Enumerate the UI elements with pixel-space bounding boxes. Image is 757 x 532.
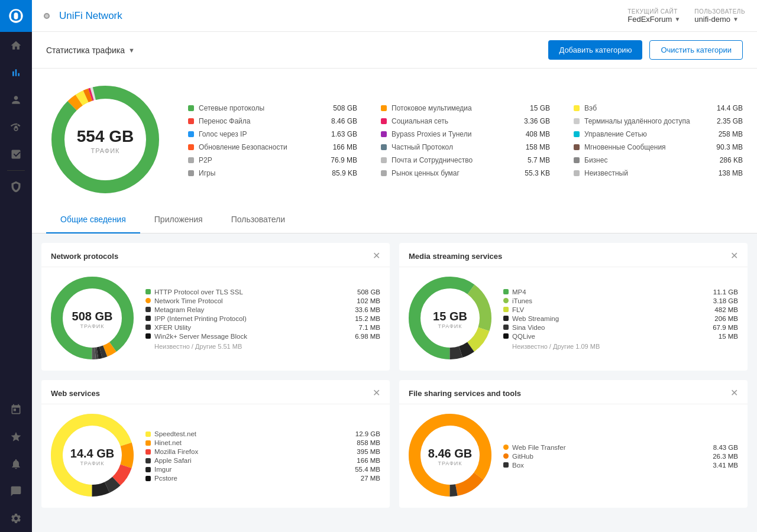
section-legend-value: 3.41 MB xyxy=(713,462,738,469)
sidebar-item-dashboard[interactable] xyxy=(0,32,32,59)
section-legend-name: Sina Video xyxy=(512,324,709,331)
section-legend-value: 7.1 MB xyxy=(359,324,380,331)
legend-dot xyxy=(381,131,387,137)
section-legend-value: 27 MB xyxy=(361,475,380,482)
legend-dot xyxy=(574,144,580,150)
section-legend-name: Metagram Relay xyxy=(154,306,351,313)
user-value[interactable]: unifi-demo ▼ xyxy=(694,15,739,24)
connection-status xyxy=(44,13,50,19)
section-donut-amount: 508 GB xyxy=(72,309,113,323)
legend-value: 158 MB xyxy=(526,143,550,151)
legend-name: Игры xyxy=(199,169,327,177)
section-donut: 8.46 GB ТРАФИК xyxy=(409,414,491,498)
legend-item: Управление Сетью 258 MB xyxy=(574,129,743,140)
add-category-button[interactable]: Добавить категорию xyxy=(548,40,642,60)
section-legend-dot xyxy=(503,325,509,330)
legend-item: Рынок ценных бумаг 55.3 KB xyxy=(381,168,550,179)
app-title-prefix: UniFi xyxy=(59,10,83,21)
clear-categories-button[interactable]: Очистить категории xyxy=(649,40,743,60)
section-legend-value: 8.43 GB xyxy=(713,444,738,451)
section-legend-dot xyxy=(503,298,509,303)
section-donut: 14.4 GB ТРАФИК xyxy=(51,414,134,498)
main-content: UniFi Network ТЕКУЩИЙ САЙТ FedExForum ▼ … xyxy=(32,0,757,532)
section-legend-item: Box 3.41 MB xyxy=(503,462,738,469)
section-donut-subtitle: ТРАФИК xyxy=(72,323,113,329)
legend-dot xyxy=(381,170,387,176)
legend-name: Мгновенные Сообщения xyxy=(584,143,711,151)
legend-dot xyxy=(574,105,580,111)
site-chevron-icon: ▼ xyxy=(674,16,680,22)
section-legend-other: Неизвестно / Другие 1.09 MB xyxy=(512,343,738,350)
breadcrumb[interactable]: Статистика трафика ▼ xyxy=(46,46,135,55)
section-legend-name: HTTP Protocol over TLS SSL xyxy=(154,288,354,296)
section-legend-item: Pcstore 27 MB xyxy=(145,475,380,482)
app-logo[interactable] xyxy=(0,0,32,32)
section-close-button[interactable]: ✕ xyxy=(730,251,738,261)
section-close-button[interactable]: ✕ xyxy=(373,251,380,261)
section-legend-item: FLV 482 MB xyxy=(503,306,738,313)
site-value[interactable]: FedExForum ▼ xyxy=(627,15,680,24)
section-title: Web services xyxy=(51,389,100,398)
sidebar-item-clients[interactable] xyxy=(0,86,32,113)
sidebar-item-calendar[interactable] xyxy=(0,396,32,423)
legend-value: 90.3 MB xyxy=(716,143,743,151)
section-legend-item: HTTP Protocol over TLS SSL 508 GB xyxy=(145,288,380,296)
content-header: Статистика трафика ▼ Добавить категорию … xyxy=(32,32,757,69)
section-legend-item: QQLive 15 MB xyxy=(503,333,738,340)
section-legend-dot xyxy=(145,298,151,303)
section-legend: HTTP Protocol over TLS SSL 508 GB Networ… xyxy=(145,288,380,350)
sidebar-item-notifications[interactable] xyxy=(0,450,32,478)
topbar: UniFi Network ТЕКУЩИЙ САЙТ FedExForum ▼ … xyxy=(32,0,757,32)
legend-name: Социальная сеть xyxy=(392,117,519,125)
section-legend-dot xyxy=(503,333,509,339)
main-legend: Сетевые протоколы 508 GB Потоковое мульт… xyxy=(188,103,743,179)
section-legend-name: Mozilla Firefox xyxy=(154,448,353,455)
section-legend-dot xyxy=(503,316,509,321)
sidebar-item-chat[interactable] xyxy=(0,478,32,505)
section-legend-dot xyxy=(503,307,509,312)
section-body: 15 GB ТРАФИК MP4 11.1 GB iTunes 3.18 GB … xyxy=(399,267,748,371)
section-legend-value: 15.2 MB xyxy=(355,315,380,322)
section-legend-dot xyxy=(503,445,509,450)
section-legend-item: Speedtest.net 12.9 GB xyxy=(145,430,380,437)
section-legend-item: MP4 11.1 GB xyxy=(503,288,738,296)
section-legend: MP4 11.1 GB iTunes 3.18 GB FLV 482 MB We… xyxy=(503,288,738,350)
section-legend-value: 482 MB xyxy=(714,306,738,313)
legend-item: Сетевые протоколы 508 GB xyxy=(188,103,357,113)
legend-name: Перенос Файла xyxy=(199,117,326,125)
section-legend-dot xyxy=(503,453,509,459)
section-legend-name: Network Time Protocol xyxy=(154,297,353,304)
legend-value: 14.4 GB xyxy=(717,104,743,112)
legend-name: Вэб xyxy=(584,104,712,112)
section-legend-dot xyxy=(145,449,151,455)
sidebar-item-devices[interactable] xyxy=(0,113,32,141)
sidebar-item-favorites[interactable] xyxy=(0,423,32,450)
section-legend-item: Web Streaming 206 MB xyxy=(503,315,738,322)
sidebar-item-settings[interactable] xyxy=(0,505,32,532)
tab-общие-сведения[interactable]: Общие сведения xyxy=(46,206,140,233)
tab-приложения[interactable]: Приложения xyxy=(140,206,217,233)
legend-value: 138 MB xyxy=(719,169,743,177)
section-legend-name: Imgur xyxy=(154,466,351,473)
section-close-button[interactable]: ✕ xyxy=(730,388,738,398)
legend-item: P2P 76.9 MB xyxy=(188,155,357,166)
section-legend-dot xyxy=(145,289,151,294)
section-header: File sharing services and tools ✕ xyxy=(399,380,748,404)
section-legend-item: Metagram Relay 33.6 MB xyxy=(145,306,380,313)
section-legend-name: GitHub xyxy=(512,453,709,460)
legend-value: 55.3 KB xyxy=(525,169,550,177)
legend-value: 286 KB xyxy=(720,156,743,164)
legend-dot xyxy=(574,157,580,163)
section-close-button[interactable]: ✕ xyxy=(373,388,380,398)
sidebar-item-reports[interactable] xyxy=(0,141,32,168)
section-legend-value: 858 MB xyxy=(357,439,380,446)
legend-name: Неизвестный xyxy=(584,169,714,177)
section-legend-item: Hinet.net 858 MB xyxy=(145,439,380,446)
sidebar-item-statistics[interactable] xyxy=(0,59,32,86)
section-legend-item: GitHub 26.3 MB xyxy=(503,453,738,460)
tab-пользователи[interactable]: Пользователи xyxy=(217,206,299,233)
header-buttons: Добавить категорию Очистить категории xyxy=(548,40,743,60)
section-legend-value: 12.9 GB xyxy=(355,430,380,437)
sidebar-item-security[interactable] xyxy=(0,173,32,200)
legend-dot xyxy=(381,157,387,163)
